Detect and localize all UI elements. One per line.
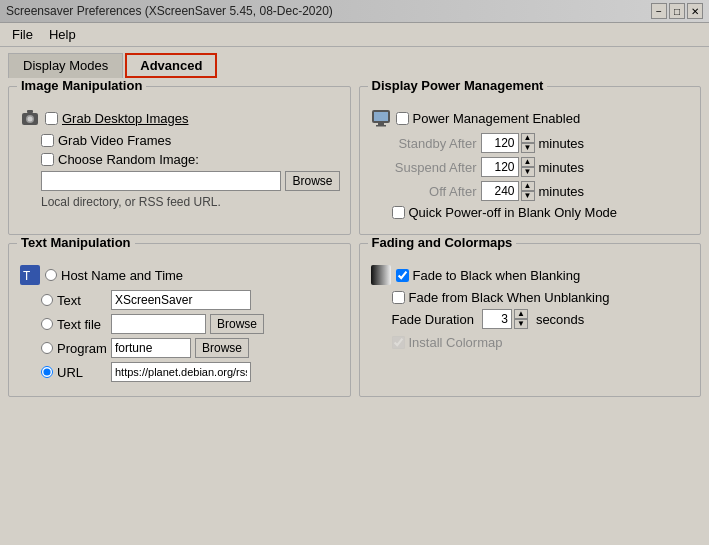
maximize-button[interactable]: □: [669, 3, 685, 19]
monitor-icon: [370, 107, 392, 129]
install-colormap-row: Install Colormap: [392, 335, 691, 350]
menu-file[interactable]: File: [4, 25, 41, 44]
hostname-row: T Host Name and Time: [19, 264, 340, 286]
grab-desktop-checkbox[interactable]: [45, 112, 58, 125]
url-radio[interactable]: [41, 366, 53, 378]
url-label: URL: [57, 365, 107, 380]
install-colormap-checkbox[interactable]: [392, 336, 405, 349]
choose-random-checkbox[interactable]: [41, 153, 54, 166]
off-down[interactable]: ▼: [521, 191, 535, 201]
camera-icon: [19, 107, 41, 129]
standby-input[interactable]: [481, 133, 519, 153]
off-spin: ▲ ▼: [481, 181, 535, 201]
svg-rect-7: [376, 125, 386, 127]
image-manipulation-group: Image Manipulation Grab Desktop Images G…: [8, 86, 351, 235]
standby-up[interactable]: ▲: [521, 133, 535, 143]
display-power-title: Display Power Management: [368, 78, 548, 93]
svg-point-2: [28, 117, 33, 122]
off-label: Off After: [392, 184, 477, 199]
title-bar: Screensaver Preferences (XScreenSaver 5.…: [0, 0, 709, 23]
quick-power-checkbox[interactable]: [392, 206, 405, 219]
standby-label: Standby After: [392, 136, 477, 151]
url-input[interactable]: [111, 362, 251, 382]
image-manipulation-title: Image Manipulation: [17, 78, 146, 93]
standby-unit: minutes: [539, 136, 585, 151]
quick-power-label: Quick Power-off in Blank Only Mode: [409, 205, 618, 220]
fade-from-black-row: Fade from Black When Unblanking: [392, 290, 691, 305]
off-unit: minutes: [539, 184, 585, 199]
url-row: URL: [41, 362, 340, 382]
suspend-spin: ▲ ▼: [481, 157, 535, 177]
textfile-browse-button[interactable]: Browse: [210, 314, 264, 334]
standby-down[interactable]: ▼: [521, 143, 535, 153]
hint-text: Local directory, or RSS feed URL.: [41, 195, 221, 209]
minimize-button[interactable]: −: [651, 3, 667, 19]
tab-display-modes[interactable]: Display Modes: [8, 53, 123, 78]
text-radio[interactable]: [41, 294, 53, 306]
grab-video-label: Grab Video Frames: [58, 133, 171, 148]
fading-colormaps-group: Fading and Colormaps Fade to Black when …: [359, 243, 702, 397]
svg-rect-3: [27, 110, 33, 113]
fade-duration-spin-buttons: ▲ ▼: [514, 309, 528, 329]
menu-help[interactable]: Help: [41, 25, 84, 44]
suspend-input[interactable]: [481, 157, 519, 177]
program-row: Program Browse: [41, 338, 340, 358]
tab-bar: Display Modes Advanced: [0, 47, 709, 78]
fade-duration-input[interactable]: [482, 309, 512, 329]
fade-to-black-label: Fade to Black when Blanking: [413, 268, 581, 283]
suspend-label: Suspend After: [392, 160, 477, 175]
fade-duration-down[interactable]: ▼: [514, 319, 528, 329]
power-enabled-checkbox[interactable]: [396, 112, 409, 125]
svg-rect-10: [371, 265, 391, 285]
suspend-up[interactable]: ▲: [521, 157, 535, 167]
display-power-group: Display Power Management Power Managemen…: [359, 86, 702, 235]
standby-spin-buttons: ▲ ▼: [521, 133, 535, 153]
browse-button[interactable]: Browse: [285, 171, 339, 191]
window-controls[interactable]: − □ ✕: [651, 3, 703, 19]
power-enabled-label: Power Management Enabled: [413, 111, 581, 126]
grab-desktop-label: Grab Desktop Images: [62, 111, 188, 126]
choose-random-label: Choose Random Image:: [58, 152, 199, 167]
text-manipulation-group: Text Manipulation T Host Name and Time T…: [8, 243, 351, 397]
textfile-radio[interactable]: [41, 318, 53, 330]
text-row: Text: [41, 290, 340, 310]
text-manipulation-title: Text Manipulation: [17, 235, 135, 250]
off-up[interactable]: ▲: [521, 181, 535, 191]
fade-to-black-checkbox[interactable]: [396, 269, 409, 282]
tab-advanced[interactable]: Advanced: [125, 53, 217, 78]
text-label: Text: [57, 293, 107, 308]
power-enabled-row: Power Management Enabled: [370, 107, 691, 129]
fade-icon: [370, 264, 392, 286]
fade-from-black-checkbox[interactable]: [392, 291, 405, 304]
install-colormap-label: Install Colormap: [409, 335, 503, 350]
fade-duration-up[interactable]: ▲: [514, 309, 528, 319]
grab-video-checkbox[interactable]: [41, 134, 54, 147]
program-input[interactable]: [111, 338, 191, 358]
textfile-input[interactable]: [111, 314, 206, 334]
directory-row: Browse: [41, 171, 340, 191]
close-button[interactable]: ✕: [687, 3, 703, 19]
off-input[interactable]: [481, 181, 519, 201]
program-label: Program: [57, 341, 107, 356]
text-input[interactable]: [111, 290, 251, 310]
suspend-spin-buttons: ▲ ▼: [521, 157, 535, 177]
grab-video-row: Grab Video Frames: [41, 133, 340, 148]
fade-duration-spin: ▲ ▼: [482, 309, 528, 329]
off-row: Off After ▲ ▼ minutes: [392, 181, 691, 201]
suspend-unit: minutes: [539, 160, 585, 175]
suspend-down[interactable]: ▼: [521, 167, 535, 177]
program-browse-button[interactable]: Browse: [195, 338, 249, 358]
fade-from-black-label: Fade from Black When Unblanking: [409, 290, 610, 305]
fade-duration-unit: seconds: [536, 312, 584, 327]
standby-row: Standby After ▲ ▼ minutes: [392, 133, 691, 153]
main-content: Image Manipulation Grab Desktop Images G…: [0, 78, 709, 405]
hint-row: Local directory, or RSS feed URL.: [41, 195, 340, 209]
suspend-row: Suspend After ▲ ▼ minutes: [392, 157, 691, 177]
off-spin-buttons: ▲ ▼: [521, 181, 535, 201]
menu-bar: File Help: [0, 23, 709, 47]
svg-rect-5: [374, 112, 388, 121]
svg-text:T: T: [23, 269, 30, 283]
directory-input[interactable]: [41, 171, 281, 191]
program-radio[interactable]: [41, 342, 53, 354]
hostname-radio[interactable]: [45, 269, 57, 281]
